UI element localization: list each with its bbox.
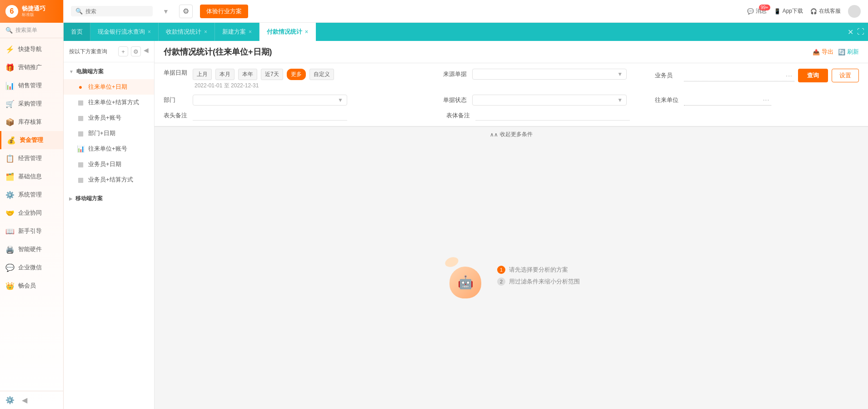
sidebar-item-purchase[interactable]: 🛒 采购管理 [0, 95, 63, 113]
purchase-icon: 🛒 [5, 99, 15, 108]
doc-status-select[interactable]: ▼ [472, 95, 627, 106]
sidebar-search[interactable]: 🔍 搜索菜单 [0, 23, 63, 38]
sidebar-settings-icon[interactable]: ⚙️ [5, 396, 15, 404]
search-icon: 🔍 [5, 27, 13, 34]
sidebar-item-inventory[interactable]: 📦 库存核算 [0, 113, 63, 131]
plan-item-staff-settlement[interactable]: ▦ 业务员+结算方式 [64, 172, 154, 187]
sidebar-item-operations[interactable]: 📋 经营管理 [0, 149, 63, 167]
sidebar-bottom: ⚙️ ◀ [0, 391, 63, 409]
page-title: 付款情况统计(往来单位+日期) [164, 46, 272, 57]
dept-select[interactable]: ▼ [193, 95, 347, 106]
header-note-input[interactable] [193, 110, 347, 121]
plan-item-staff-account[interactable]: ▦ 业务员+账号 [64, 110, 154, 126]
sidebar-item-basic[interactable]: 🗂️ 基础信息 [0, 167, 63, 186]
sidebar-item-finance[interactable]: 💰 资金管理 [0, 131, 63, 149]
page-header-actions: 📤 导出 🔄 刷新 [813, 48, 859, 56]
sidebar-item-quick-nav[interactable]: ⚡ 快捷导航 [0, 40, 63, 58]
search-input[interactable] [85, 8, 140, 15]
sidebar-menu: ⚡ 快捷导航 🎁 营销推广 📊 销售管理 🛒 采购管理 📦 库存核算 💰 资金管… [0, 38, 63, 391]
tab-bank-flow[interactable]: 现金银行流水查询 × [90, 23, 159, 41]
date-btn-last-month[interactable]: 上月 [193, 69, 212, 80]
empty-state: 🤖 1 请先选择要分析的方案 2 用过滤条件来缩小分析范围 [155, 142, 868, 409]
bank-flow-tab-close[interactable]: × [148, 29, 151, 35]
tab-new-plan[interactable]: 新建方案 × [215, 23, 259, 41]
header-note-label: 表头备注 [164, 111, 189, 120]
sidebar-item-hardware[interactable]: 🖨️ 智能硬件 [0, 240, 63, 258]
sidebar-item-sales[interactable]: 📊 销售管理 [0, 76, 63, 95]
right-panel: 付款情况统计(往来单位+日期) 📤 导出 🔄 刷新 [155, 41, 868, 409]
refresh-btn[interactable]: 🔄 刷新 [838, 48, 859, 56]
sidebar-collapse-icon[interactable]: ◀ [22, 396, 27, 404]
date-btn-this-year[interactable]: 本年 [238, 69, 257, 80]
body-note-label: 表体备注 [446, 111, 472, 120]
header-search-box[interactable]: 🔍 [71, 6, 153, 16]
sidebar-item-member[interactable]: 👑 畅会员 [0, 277, 63, 295]
payment-stat-tab-close[interactable]: × [305, 29, 308, 35]
tab-maximize-btn[interactable]: ⛶ [857, 28, 864, 36]
plan-settings-btn[interactable]: ⚙ [131, 46, 141, 56]
message-btn[interactable]: 💬 消息 99+ [747, 7, 767, 15]
plan-item-partner-settlement[interactable]: ▦ 往来单位+结算方式 [64, 95, 154, 110]
dept-label: 部门 [164, 96, 189, 104]
app-download-btn[interactable]: 📱 App下载 [774, 7, 803, 15]
tip-num-2: 2 [497, 278, 505, 286]
main-content: 🔍 ▼ ⚙ 体验行业方案 💬 消息 99+ 📱 App下载 🎧 在线客服 [64, 0, 868, 409]
left-panel-collapse-btn[interactable]: ◀ [144, 46, 149, 56]
desktop-plan-group: ▼ 电脑端方案 ● 往来单位+日期 ▦ 往来单位+结算方式 ▦ 业务员+账号 ▦ [64, 62, 154, 189]
salesperson-select[interactable]: ··· [684, 70, 794, 81]
sidebar-item-company[interactable]: 🤝 企业协同 [0, 204, 63, 222]
plan-icon-dept-date: ▦ [76, 129, 85, 137]
date-label: 单据日期 [164, 69, 189, 77]
search-dropdown-btn[interactable]: ▼ [160, 5, 172, 17]
sidebar-item-wechat[interactable]: 💬 企业微信 [0, 258, 63, 277]
salesperson-dots-btn[interactable]: ··· [786, 72, 793, 79]
header-settings-btn[interactable]: ⚙ [179, 5, 193, 18]
plan-item-staff-date[interactable]: ▦ 业务员+日期 [64, 157, 154, 172]
tip-num-1: 1 [497, 266, 505, 274]
home-tab-label: 首页 [71, 28, 83, 36]
date-btn-custom[interactable]: 自定义 [309, 69, 334, 80]
date-btn-more[interactable]: 更多 [287, 69, 306, 80]
sidebar-item-system[interactable]: ⚙️ 系统管理 [0, 186, 63, 204]
guide-icon: 📖 [5, 227, 15, 236]
left-panel-title: 按以下方案查询 [69, 48, 107, 56]
partner-select[interactable]: ··· [684, 94, 772, 106]
tab-receipt-stat[interactable]: 收款情况统计 × [159, 23, 215, 41]
tab-home[interactable]: 首页 [64, 23, 90, 41]
query-btn[interactable]: 查询 [798, 69, 828, 82]
date-btn-this-month[interactable]: 本月 [215, 69, 234, 80]
partner-dots-btn[interactable]: ··· [763, 96, 770, 103]
source-select[interactable]: ▼ [472, 69, 627, 80]
new-plan-tab-close[interactable]: × [249, 29, 252, 35]
doc-status-arrow: ▼ [617, 97, 623, 103]
user-avatar[interactable] [848, 5, 861, 18]
plan-icon-partner-account: 📊 [76, 145, 85, 153]
empty-state-tips: 1 请先选择要分析的方案 2 用过滤条件来缩小分析范围 [497, 266, 580, 286]
content-area: 按以下方案查询 + ⚙ ◀ ▼ 电脑端方案 ● 往来单位+日期 ▦ [64, 41, 868, 409]
tab-close-all-btn[interactable]: ✕ [848, 28, 853, 36]
body-note-input[interactable] [475, 110, 630, 121]
sidebar-item-guide[interactable]: 📖 新手引导 [0, 222, 63, 240]
tab-payment-stat[interactable]: 付款情况统计 × [259, 23, 316, 41]
filter-settings-btn[interactable]: 设置 [832, 69, 859, 82]
mobile-group-title[interactable]: ▶ 移动端方案 [64, 191, 154, 206]
online-service-btn[interactable]: 🎧 在线客服 [810, 7, 841, 15]
sidebar-item-marketing[interactable]: 🎁 营销推广 [0, 58, 63, 76]
trial-btn[interactable]: 体验行业方案 [200, 5, 248, 18]
date-btn-7days[interactable]: 近7天 [261, 69, 283, 80]
payment-stat-tab-label: 付款情况统计 [267, 28, 302, 36]
desktop-group-title[interactable]: ▼ 电脑端方案 [64, 64, 154, 79]
member-icon: 👑 [5, 281, 15, 290]
plan-item-partner-account[interactable]: 📊 往来单位+账号 [64, 141, 154, 157]
logo-icon: 6 [5, 5, 18, 18]
plan-item-partner-date[interactable]: ● 往来单位+日期 [64, 79, 154, 95]
collapse-more-btn[interactable]: ∧∧ 收起更多条件 [155, 126, 868, 142]
logo-text: 畅捷通巧 标准版 [22, 5, 45, 18]
add-plan-btn[interactable]: + [118, 46, 128, 56]
plan-item-dept-date[interactable]: ▦ 部门+日期 [64, 126, 154, 141]
export-btn[interactable]: 📤 导出 [813, 48, 833, 56]
receipt-stat-tab-close[interactable]: × [204, 29, 207, 35]
mobile-plan-group: ▶ 移动端方案 [64, 189, 154, 208]
doc-status-label: 单据状态 [443, 96, 469, 104]
export-icon: 📤 [813, 49, 820, 56]
